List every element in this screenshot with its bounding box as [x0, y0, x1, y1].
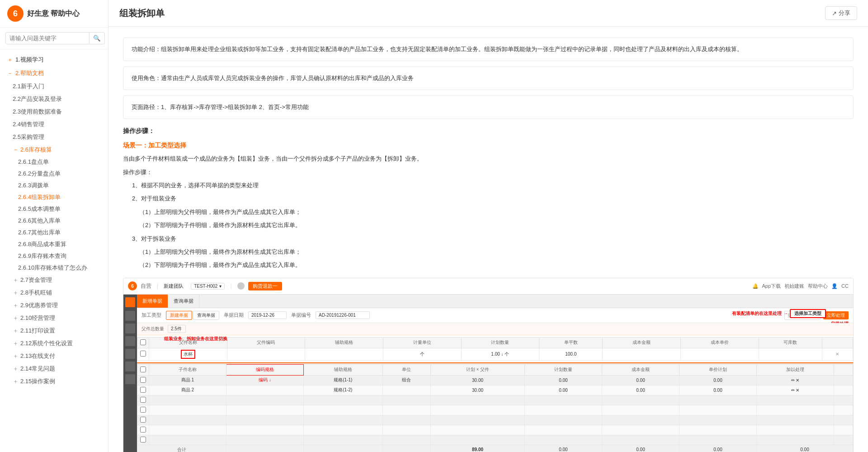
app-sidebar-icon3[interactable]	[125, 336, 135, 346]
app-icon-5: 👤	[831, 283, 838, 289]
type-btn-query[interactable]: 查询单据	[193, 311, 219, 320]
lr2-code	[226, 385, 304, 395]
app-sidebar-icon2[interactable]	[125, 324, 135, 333]
app-sidebar-icon1[interactable]	[125, 311, 135, 321]
sidebar-item-docs-212[interactable]: ＋2.12系统个性化设置	[13, 337, 108, 350]
lr2-ops: ✏ ✕	[757, 385, 834, 395]
feature-text: 功能介绍：组装拆卸单用来处理企业组装或拆卸等加工业务，支持有固定装配清单的产品加…	[132, 46, 743, 52]
app-screenshot: 6 自营 | 新建团队 TEST-H002 ▾ | 购货退款一 🔔 App下载 …	[123, 278, 853, 452]
row1-name-highlight[interactable]: 水杯	[181, 350, 195, 359]
toggle-row: 父件总数量 2.5件 组装业务、拆卸业务在这里切换	[137, 323, 853, 335]
app-icon-3: 初始建账	[784, 283, 804, 290]
minus-icon-small: －	[13, 146, 19, 154]
sidebar-item-docs-27[interactable]: ＋2.7资金管理	[13, 274, 108, 286]
annotation1-target[interactable]: 选择加工类型	[790, 309, 826, 318]
company-selector[interactable]: TEST-H002 ▾	[191, 283, 225, 290]
th-unit-price: 成本单价	[680, 337, 759, 348]
app-icon-1: 🔔	[752, 283, 759, 289]
lr1-ops: ✏ ✕	[757, 375, 834, 385]
sidebar-item-docs-21[interactable]: 2.1新手入门	[13, 80, 108, 93]
form-order-input[interactable]: AD-20191226-001	[316, 311, 370, 319]
row1-delete-icon[interactable]: ✕	[835, 352, 839, 357]
sidebar-item-267[interactable]: 2.6.7其他出库单	[18, 227, 108, 238]
role-block: 使用角色：通常由生产人员或库管人员完成拆装业务的操作，库管人员确认原材料的出库和…	[123, 67, 854, 90]
sidebar-item-docs-28[interactable]: ＋2.8手机旺铺	[13, 286, 108, 299]
sidebar-item-docs-210[interactable]: ＋2.10经营管理	[13, 312, 108, 324]
app-tab-query[interactable]: 查询单据	[168, 295, 199, 308]
sidebar-item-docs-24[interactable]: 2.4销售管理	[13, 118, 108, 131]
qty-input[interactable]: 2.5件	[168, 325, 186, 333]
plus-icon: ＋	[7, 56, 13, 64]
lower-row-7	[137, 435, 853, 445]
lr1-spec: 规格(1-1)	[304, 375, 383, 385]
row1-check	[137, 348, 149, 360]
sidebar-item-docs-26[interactable]: － 2.6库存核算	[13, 143, 108, 156]
lr2-price: 0.00	[679, 385, 756, 395]
lower-row-6	[137, 425, 853, 435]
lth-code: 编码规格	[226, 364, 304, 375]
th-spec: 辅助规格	[305, 337, 383, 348]
sidebar-item-268[interactable]: 2.6.8商品成本重算	[18, 238, 108, 250]
sidebar-item-263[interactable]: 2.6.3调拨单	[18, 180, 108, 191]
sidebar-item-266[interactable]: 2.6.6其他入库单	[18, 215, 108, 227]
row1-cost	[603, 348, 681, 360]
lr1-unit: 组合	[382, 375, 430, 385]
sidebar-item-video[interactable]: ＋ 1.视频学习	[0, 53, 108, 67]
disassembly-sub-steps: （1）上部明细为父件明细，最终作为原材料生成其它出库单； （2）下部明细为子件明…	[139, 247, 854, 271]
app-sidebar-icon4[interactable]	[125, 349, 135, 359]
lower-table-area: 子件名称 编码规格 辅助规格 单位 计划 × 父件 计划数量 成本金额 单价计划	[137, 362, 853, 452]
footer-price: 0.00	[679, 445, 756, 452]
app-sidebar-icon5[interactable]	[125, 362, 135, 371]
app-tab-new[interactable]: 新增单据	[137, 295, 168, 308]
app-body: 新增单据 查询单据 加工类型 新建单据 查询单据 单据日期 2019-12-26	[123, 295, 853, 452]
sidebar-item-docs-22[interactable]: 2.2产品安装及登录	[13, 93, 108, 105]
form-order-label: 单据编号	[291, 312, 311, 319]
lth-ops: 加以处理	[757, 364, 834, 375]
select-all[interactable]	[140, 339, 146, 345]
assembly-sub2: （2）下部明细为子件明细，最终作为原材料生成其它出库单。	[139, 220, 854, 230]
feature-block: 功能介绍：组装拆卸单用来处理企业组装或拆卸等加工业务，支持有固定装配清单的产品加…	[123, 38, 854, 61]
share-button[interactable]: ↗ 分享	[825, 6, 857, 20]
sidebar: 6 好生意 帮助中心 🔍 ＋ 1.视频学习 － 2.帮助文档 2.1新手入门 2…	[0, 0, 108, 452]
search-button[interactable]: 🔍	[90, 32, 105, 44]
footer-label: 合计	[137, 445, 226, 452]
footer-cost: 0.00	[602, 445, 679, 452]
sidebar-item-docs-214[interactable]: ＋2.14常见问题	[13, 362, 108, 375]
sidebar-item-docs[interactable]: － 2.帮助文档	[0, 67, 108, 80]
sidebar-item-2610[interactable]: 2.6.10库存账本错了怎么办	[18, 262, 108, 274]
sidebar-item-docs-213[interactable]: ＋2.13在线支付	[13, 350, 108, 362]
upper-table: 父件名称 父件编码 辅助规格 计量单位 计划数量 单平数 成本金额 成本单价 可	[137, 337, 853, 361]
sidebar-item-docs-23[interactable]: 2.3使用前数据准备	[13, 105, 108, 118]
sidebar-item-264[interactable]: 2.6.4组装拆卸单	[18, 191, 108, 203]
app-nav-btn[interactable]: 购货退款一	[248, 282, 282, 290]
minus-icon: －	[7, 70, 13, 77]
disassembly-sub2: （2）下部明细为子件明细，最终作为产成品生成其它入库单。	[139, 260, 854, 270]
app-sidebar-icon6[interactable]	[125, 374, 135, 384]
lower-table: 子件名称 编码规格 辅助规格 单位 计划 × 父件 计划数量 成本金额 单价计划	[137, 364, 853, 452]
submit-btn[interactable]: 立即处理	[823, 311, 849, 319]
search-input[interactable]	[5, 32, 90, 44]
sidebar-item-docs-29[interactable]: ＋2.9优惠券管理	[13, 299, 108, 312]
type-btn-new[interactable]: 新建单据	[166, 311, 192, 320]
sidebar-item-docs-215[interactable]: ＋2.15操作案例	[13, 375, 108, 388]
form-date-input[interactable]: 2019-12-26	[248, 311, 287, 319]
role-text: 使用角色：通常由生产人员或库管人员完成拆装业务的操作，库管人员确认原材料的出库和…	[132, 75, 414, 81]
type-buttons: 新建单据 查询单据	[166, 311, 219, 320]
footer-total: 0.00	[757, 445, 853, 452]
th-plan-qty: 计划数量	[461, 337, 539, 348]
app-team-label: 新建团队	[164, 283, 184, 290]
sidebar-sub-docs: 2.1新手入门 2.2产品安装及登录 2.3使用前数据准备 2.4销售管理 2.…	[0, 80, 108, 388]
path-text: 页面路径：1、库存核算->库存管理->组装拆卸单 2、首页->常用功能	[132, 104, 309, 110]
lr1-qty2: 0.00	[524, 375, 602, 385]
sidebar-item-269[interactable]: 2.6.9库存账本查询	[18, 250, 108, 262]
app-sidebar-home[interactable]	[125, 297, 135, 307]
search-box: 🔍	[0, 28, 108, 49]
lr2-qty1: 30.00	[431, 385, 525, 395]
sidebar-item-docs-25[interactable]: 2.5采购管理	[13, 131, 108, 143]
sidebar-item-docs-211[interactable]: ＋2.11打印设置	[13, 324, 108, 337]
sidebar-item-261[interactable]: 2.6.1盘点单	[18, 156, 108, 168]
lower-row-2: 商品 2 规格(1-2) 30.00 0.00 0.00 0.00	[137, 385, 853, 395]
sidebar-item-265[interactable]: 2.6.5成本调整单	[18, 203, 108, 215]
sidebar-item-262[interactable]: 2.6.2分量盘点单	[18, 168, 108, 180]
row1-spec	[305, 348, 383, 360]
